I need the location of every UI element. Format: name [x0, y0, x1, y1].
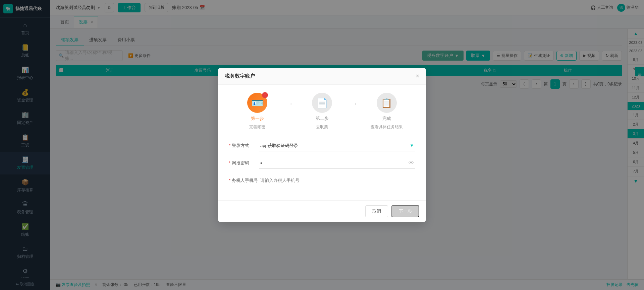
taxpayer-phone-input-wrap [259, 175, 415, 186]
required-mark: * [229, 143, 230, 148]
step-2-desc: 去取票 [316, 124, 328, 130]
modal-footer: 取消 下一步 [218, 200, 426, 222]
step-2: 📄 第二步 去取票 [293, 93, 351, 130]
document-icon: 📄 [316, 97, 328, 108]
step-3: 📋 完成 查看具体任务结果 [358, 93, 415, 130]
step-3-label: 完成 [382, 116, 391, 122]
step-3-icon-wrap: 📋 [377, 93, 397, 113]
cancel-button[interactable]: 取消 [365, 205, 388, 217]
login-method-label: * 登录方式 [229, 143, 259, 149]
step-arrow-1: → [286, 93, 293, 108]
login-method-value: app获取验证码登录 [260, 143, 298, 149]
modal-title: 税务数字账户 [225, 73, 255, 79]
required-mark-3: * [229, 178, 230, 183]
net-password-row: * 网报密码 👁 [229, 157, 415, 169]
step-2-icon-wrap: 📄 [312, 93, 332, 113]
modal-overlay: 税务数字账户 × 🪪 ! 第一步 完善账密 [0, 0, 644, 290]
next-button[interactable]: 下一步 [391, 205, 419, 217]
taxpayer-phone-input[interactable] [260, 178, 414, 183]
step-1-icon-wrap: 🪪 ! [247, 93, 267, 113]
password-eye-icon[interactable]: 👁 [409, 160, 414, 166]
step-1-badge: ! [262, 92, 268, 98]
step-1-label: 第一步 [251, 116, 264, 122]
step-2-label: 第二步 [316, 116, 329, 122]
step-3-desc: 查看具体任务结果 [371, 124, 403, 130]
step-1: 🪪 ! 第一步 完善账密 [229, 93, 286, 130]
net-password-label: * 网报密码 [229, 160, 259, 166]
person-card-icon: 🪪 [252, 97, 263, 108]
net-password-input-wrap: 👁 [259, 157, 415, 169]
steps: 🪪 ! 第一步 完善账密 → 📄 [229, 93, 415, 130]
step-arrow-2: → [351, 93, 358, 108]
step-2-icon: 📄 [312, 93, 332, 113]
modal-header: 税务数字账户 × [218, 68, 426, 85]
taxpayer-phone-row: * 办税人手机号 [229, 175, 415, 186]
taxpayer-phone-label: * 办税人手机号 [229, 177, 259, 184]
modal-close-button[interactable]: × [416, 73, 419, 80]
login-method-select[interactable]: app获取验证码登录 ▼ [259, 140, 415, 151]
required-mark-2: * [229, 160, 230, 165]
clipboard-icon: 📋 [381, 97, 392, 108]
tax-account-modal: 税务数字账户 × 🪪 ! 第一步 完善账密 [218, 68, 426, 222]
step-1-desc: 完善账密 [249, 124, 265, 130]
net-password-input[interactable] [260, 160, 409, 166]
step-3-icon: 📋 [377, 93, 397, 113]
modal-body: 🪪 ! 第一步 完善账密 → 📄 [218, 85, 426, 200]
login-method-chevron-icon: ▼ [410, 143, 414, 148]
modal-form: * 登录方式 app获取验证码登录 ▼ * 网报密码 [229, 140, 415, 186]
login-method-row: * 登录方式 app获取验证码登录 ▼ [229, 140, 415, 151]
